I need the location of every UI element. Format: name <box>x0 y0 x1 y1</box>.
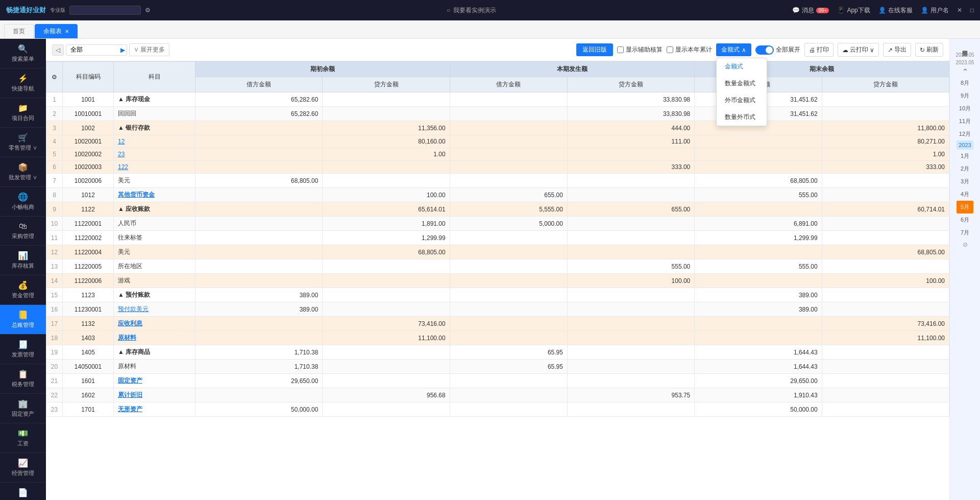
cell-code: 1403 <box>63 331 114 345</box>
period-month-item[interactable]: 12月 <box>957 128 973 140</box>
cell-opening_credit <box>323 345 450 360</box>
cell-current_debit <box>450 148 567 161</box>
demo-button[interactable]: 我要看实例演示 <box>453 6 496 15</box>
amount-mode-btn[interactable]: 金额式 ∧ <box>716 43 751 56</box>
cloud-print-btn[interactable]: ☁ 云打印 ∨ <box>838 43 879 57</box>
cell-name[interactable]: 12 <box>114 135 195 148</box>
message-label: 消息 <box>802 6 814 15</box>
annual-checkbox-input[interactable] <box>667 46 673 53</box>
th-settings[interactable]: ⚙ <box>46 62 63 92</box>
return-old-btn[interactable]: 返回旧版 <box>576 43 613 56</box>
cell-closing_debit: 1,910.43 <box>695 388 822 402</box>
sidebar-item-report[interactable]: 📄 小畅报销 <box>0 483 46 500</box>
export-btn[interactable]: ↗ 导出 <box>883 43 911 57</box>
sidebar-item-ecommerce[interactable]: 🌐 小畅电商 <box>0 187 46 217</box>
show-annual-checkbox[interactable]: 显示本年累计 <box>667 45 712 54</box>
balance-table: ⚙ 科目编码 科目 期初余额 本期发生额 期末余额 借方金额 贷方金额 借方金额… <box>46 61 949 417</box>
window-close-btn[interactable]: ✕ <box>957 7 962 14</box>
cell-name: 人民币 <box>114 217 195 231</box>
sidebar-item-operations[interactable]: 📈 经营管理 <box>0 453 46 483</box>
period-month-item[interactable]: 2月 <box>957 162 973 175</box>
sidebar-item-accounting[interactable]: 📒 总账管理 <box>0 305 46 335</box>
cell-name[interactable]: 累计折旧 <box>114 388 195 402</box>
sidebar-item-search[interactable]: 🔍 搜索菜单 <box>0 39 46 68</box>
sidebar-item-project[interactable]: 📁 项目合同 <box>0 98 46 128</box>
period-month-item[interactable]: 6月 <box>957 213 973 226</box>
cell-name: 回回回 <box>114 107 195 121</box>
cell-closing_credit <box>822 402 949 417</box>
period-month-item[interactable]: 7月 <box>957 226 973 239</box>
period-month-item[interactable]: 1月 <box>957 150 973 162</box>
cell-name[interactable]: 122 <box>114 161 195 174</box>
message-item[interactable]: 💬 消息 99+ <box>792 6 829 15</box>
cell-closing_credit <box>822 231 949 245</box>
cell-closing_credit: 1.00 <box>822 148 949 161</box>
month-list: 8月9月10月11月12月20231月2月3月4月5月6月7月 <box>957 77 973 239</box>
sidebar-inventory-label: 库存核算 <box>12 262 34 270</box>
toolbar: ◁ ▶ ∨ 展开更多 返回旧版 显示辅助核算 显示 <box>46 39 949 61</box>
cell-name: 原材料 <box>114 360 195 374</box>
settings-icon[interactable]: ⚙ <box>52 74 57 81</box>
account-search-input[interactable] <box>66 44 127 56</box>
search-arrow-icon[interactable]: ▶ <box>120 46 125 54</box>
cell-name[interactable]: 固定资产 <box>114 374 195 388</box>
tab-balance-close[interactable]: ✕ <box>65 29 69 34</box>
sidebar-item-capital[interactable]: 💰 资金管理 <box>0 275 46 305</box>
app-download-item[interactable]: 📱 App下载 <box>837 6 870 15</box>
period-collapse-icon[interactable]: ⊘ <box>963 241 968 248</box>
sidebar-item-tax[interactable]: 📋 税务管理 <box>0 364 46 394</box>
period-month-item[interactable]: 3月 <box>957 175 973 188</box>
tab-balance[interactable]: 余额表 ✕ <box>35 24 78 38</box>
period-month-item[interactable]: 9月 <box>957 89 973 102</box>
sidebar-capital-label: 资金管理 <box>12 292 34 299</box>
period-month-item[interactable]: 11月 <box>957 115 973 128</box>
cell-name[interactable]: 原材料 <box>114 331 195 345</box>
cell-name[interactable]: 无形资产 <box>114 402 195 417</box>
sidebar-item-assets[interactable]: 🏢 固定资产 <box>0 394 46 423</box>
cell-closing_debit: 6,891.00 <box>695 217 822 231</box>
search-back-btn[interactable]: ◁ <box>52 44 64 56</box>
sidebar-item-retail[interactable]: 🛒 零售管理 ∨ <box>0 128 46 157</box>
period-month-item[interactable]: 10月 <box>957 102 973 115</box>
period-title: 期间选择 <box>959 43 971 51</box>
cell-current_credit <box>567 360 694 374</box>
settings-icon[interactable]: ⚙ <box>145 7 151 14</box>
cell-current_debit: 655.00 <box>450 188 567 202</box>
period-month-item[interactable]: 5月 <box>957 201 973 213</box>
cell-row-num: 1 <box>46 92 63 107</box>
wholesale-icon: 📦 <box>18 162 28 172</box>
cell-opening_credit <box>323 92 450 107</box>
menu-item-qty-amount[interactable]: 数量金额式 <box>717 75 767 92</box>
cell-opening_debit <box>195 135 323 148</box>
sidebar-item-wholesale[interactable]: 📦 批发管理 ∨ <box>0 157 46 187</box>
expand-more-btn[interactable]: ∨ 展开更多 <box>129 43 169 56</box>
cell-name[interactable]: 其他货币资金 <box>114 188 195 202</box>
online-service-item[interactable]: 👤 在线客服 <box>878 6 913 15</box>
sidebar-item-invoice[interactable]: 🧾 发票管理 <box>0 335 46 364</box>
header-search-input[interactable] <box>69 6 141 15</box>
cell-closing_credit: 60,714.01 <box>822 202 949 217</box>
cell-name[interactable]: 应收利息 <box>114 317 195 331</box>
window-maximize-btn[interactable]: □ <box>970 7 974 14</box>
cell-code: 1405 <box>63 345 114 360</box>
auxiliary-checkbox-input[interactable] <box>617 46 624 53</box>
cell-name[interactable]: 预付款美元 <box>114 302 195 317</box>
menu-item-amount[interactable]: 金额式 <box>717 58 767 75</box>
tab-home[interactable]: 首页 <box>4 24 34 38</box>
sidebar-item-purchase[interactable]: 🛍 采购管理 <box>0 217 46 246</box>
cell-name[interactable]: 23 <box>114 148 195 161</box>
show-auxiliary-checkbox[interactable]: 显示辅助核算 <box>617 45 663 54</box>
period-month-item[interactable]: 4月 <box>957 188 973 201</box>
period-month-item[interactable]: 8月 <box>957 77 973 89</box>
sidebar-item-inventory[interactable]: 📊 库存核算 <box>0 246 46 275</box>
refresh-btn[interactable]: ↻ 刷新 <box>915 43 943 57</box>
sidebar-item-salary[interactable]: 💵 工资 <box>0 423 46 453</box>
period-up-arrow[interactable]: ⌃ <box>961 66 969 77</box>
menu-item-qty-foreign[interactable]: 数量外币式 <box>717 109 767 126</box>
sidebar-item-quicknav[interactable]: ⚡ 快捷导航 <box>0 68 46 98</box>
expand-all-toggle[interactable] <box>755 45 774 55</box>
print-btn[interactable]: 🖨 打印 <box>804 43 834 57</box>
period-month-item[interactable]: 2023 <box>957 140 973 150</box>
user-item[interactable]: 👤 用户名 <box>921 6 949 15</box>
menu-item-foreign-amount[interactable]: 外币金额式 <box>717 92 767 109</box>
